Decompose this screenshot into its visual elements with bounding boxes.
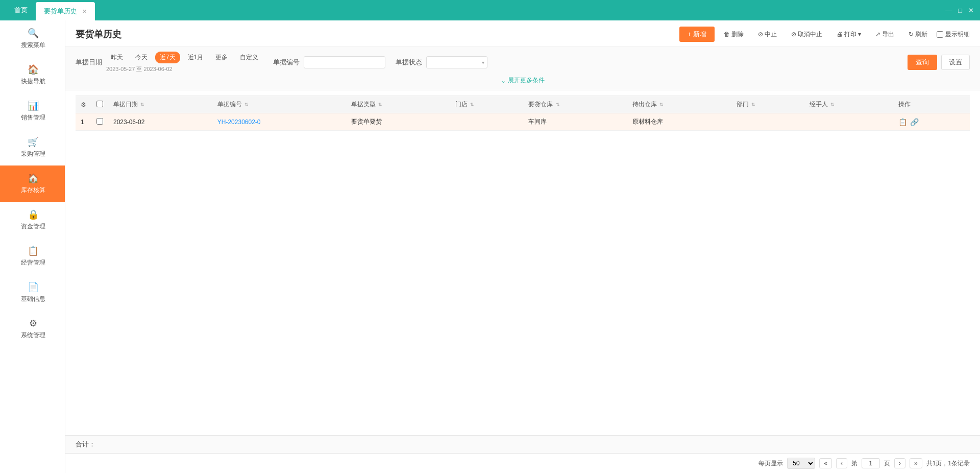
next-page-button[interactable]: › <box>894 458 905 468</box>
page-number-input[interactable] <box>862 458 880 468</box>
th-req-warehouse[interactable]: 要货仓库 ⇅ <box>523 96 627 113</box>
row-action-buttons: 📋 🔗 <box>898 118 965 126</box>
sort-doc-number-icon: ⇅ <box>244 102 249 107</box>
th-doc-date[interactable]: 单据日期 ⇅ <box>108 96 212 113</box>
filter-row: 单据日期 昨天 今天 近7天 近1月 更多 自定义 2023-05-27 至 2… <box>76 52 970 73</box>
first-page-button[interactable]: « <box>819 458 832 468</box>
date-filter-label: 单据日期 <box>76 58 102 67</box>
date-btn-custom[interactable]: 自定义 <box>235 52 263 63</box>
th-department[interactable]: 部门 ⇅ <box>731 96 805 113</box>
sidebar-item-quick-nav[interactable]: 🏠 快捷导航 <box>0 57 65 93</box>
th-actions: 操作 <box>893 96 970 113</box>
tab-requisition-history[interactable]: 要货单历史 ✕ <box>36 2 95 20</box>
page-size-label: 每页显示 <box>758 459 783 468</box>
cancel-stop-icon: ⊘ <box>791 31 796 38</box>
date-btn-yesterday[interactable]: 昨天 <box>106 52 128 63</box>
display-detail-toggle[interactable]: 显示明细 <box>937 30 970 39</box>
th-store[interactable]: 门店 ⇅ <box>450 96 524 113</box>
tab-home[interactable]: 首页 <box>6 0 36 20</box>
prev-page-button[interactable]: ‹ <box>836 458 847 468</box>
close-icon[interactable]: ✕ <box>968 7 974 14</box>
total-info: 共1页，1条记录 <box>926 459 970 468</box>
sidebar-label-sales-mgmt: 销售管理 <box>21 113 45 122</box>
new-button[interactable]: + 新增 <box>679 27 715 42</box>
main-layout: 🔍 搜索菜单 🏠 快捷导航 📊 销售管理 🛒 采购管理 🏠 库存核算 🔒 资金管… <box>0 20 980 473</box>
page-size-select[interactable]: 50 100 200 <box>787 458 815 469</box>
sidebar-label-basic-info: 基础信息 <box>21 295 45 303</box>
maximize-icon[interactable]: □ <box>958 7 962 14</box>
date-btn-last7days[interactable]: 近7天 <box>155 52 180 63</box>
delete-button[interactable]: 🗑 删除 <box>719 28 749 41</box>
close-tab-icon[interactable]: ✕ <box>82 8 87 15</box>
purchase-mgmt-icon: 🛒 <box>28 136 39 148</box>
date-range-display: 2023-05-27 至 2023-06-02 <box>106 65 263 73</box>
sales-mgmt-icon: 📊 <box>28 100 39 111</box>
print-dropdown-icon: ▾ <box>858 31 861 38</box>
sidebar-item-purchase-mgmt[interactable]: 🛒 采购管理 <box>0 129 65 165</box>
status-label: 单据状态 <box>396 58 422 67</box>
row-select-checkbox[interactable] <box>96 118 103 125</box>
sort-store-icon: ⇅ <box>470 102 474 107</box>
page-label-after: 页 <box>884 459 890 468</box>
date-btn-last1month[interactable]: 近1月 <box>183 52 208 63</box>
sidebar-item-finance-mgmt[interactable]: 🔒 资金管理 <box>0 202 65 238</box>
sidebar-label-quick-nav: 快捷导航 <box>21 77 45 86</box>
operations-mgmt-icon: 📋 <box>28 245 39 256</box>
sidebar-label-purchase-mgmt: 采购管理 <box>21 150 45 158</box>
row-store <box>450 113 524 131</box>
doc-number-input[interactable] <box>304 56 385 68</box>
query-button[interactable]: 查询 <box>908 55 937 70</box>
date-filter-item: 单据日期 昨天 今天 近7天 近1月 更多 自定义 2023-05-27 至 2… <box>76 52 263 73</box>
th-doc-number[interactable]: 单据编号 ⇅ <box>212 96 346 113</box>
display-detail-checkbox[interactable] <box>937 31 943 38</box>
date-btn-more[interactable]: 更多 <box>211 52 232 63</box>
sidebar-item-inventory[interactable]: 🏠 库存核算 <box>0 165 65 202</box>
inventory-icon: 🏠 <box>28 173 39 184</box>
th-doc-type[interactable]: 单据类型 ⇅ <box>346 96 450 113</box>
row-link-icon[interactable]: 🔗 <box>910 118 919 126</box>
select-all-checkbox[interactable] <box>96 101 103 107</box>
status-filter-item: 单据状态 ▾ <box>396 56 487 68</box>
status-select-wrap: ▾ <box>426 56 487 68</box>
row-checkbox <box>91 113 108 131</box>
print-button[interactable]: 🖨 打印 ▾ <box>831 28 866 41</box>
row-handler <box>804 113 893 131</box>
sort-doc-type-icon: ⇅ <box>378 102 382 107</box>
last-page-button[interactable]: » <box>910 458 922 468</box>
footer-summary: 合计： <box>65 435 980 453</box>
th-settings[interactable]: ⚙ <box>76 96 91 113</box>
row-copy-icon[interactable]: 📋 <box>898 118 907 126</box>
expand-more-btn[interactable]: ⌄ 展开更多条件 <box>76 73 970 85</box>
row-index: 1 <box>76 113 91 131</box>
row-actions: 📋 🔗 <box>893 113 970 131</box>
th-handler[interactable]: 经手人 ⇅ <box>804 96 893 113</box>
stop-icon: ⊘ <box>758 31 763 38</box>
content-area: 要货单历史 + 新增 🗑 删除 ⊘ 中止 ⊘ 取消中止 🖨 打印 <box>65 20 980 473</box>
page-header: 要货单历史 + 新增 🗑 删除 ⊘ 中止 ⊘ 取消中止 🖨 打印 <box>65 20 980 46</box>
page-label-before: 第 <box>851 459 857 468</box>
date-btn-today[interactable]: 今天 <box>131 52 152 63</box>
minimize-icon[interactable]: — <box>945 7 952 14</box>
top-tabs: 首页 要货单历史 ✕ <box>6 0 95 20</box>
sort-handler-icon: ⇅ <box>830 102 835 107</box>
sidebar-item-operations-mgmt[interactable]: 📋 经营管理 <box>0 238 65 274</box>
sidebar-item-system-mgmt[interactable]: ⚙ 系统管理 <box>0 311 65 347</box>
refresh-icon: ↻ <box>909 31 914 38</box>
export-button[interactable]: ↗ 导出 <box>870 28 899 41</box>
sort-doc-date-icon: ⇅ <box>140 102 144 107</box>
sort-department-icon: ⇅ <box>751 102 755 107</box>
sidebar-item-search-menu[interactable]: 🔍 搜索菜单 <box>0 20 65 57</box>
doc-number-link[interactable]: YH-20230602-0 <box>217 119 261 126</box>
search-menu-icon: 🔍 <box>28 28 39 39</box>
stop-button[interactable]: ⊘ 中止 <box>753 28 782 41</box>
data-table: ⚙ 单据日期 ⇅ 单据编号 ⇅ 单据类型 <box>76 96 970 131</box>
sidebar-item-basic-info[interactable]: 📄 基础信息 <box>0 274 65 311</box>
tab-home-label: 首页 <box>14 6 28 15</box>
cancel-stop-button[interactable]: ⊘ 取消中止 <box>786 28 827 41</box>
th-pending-warehouse[interactable]: 待出仓库 ⇅ <box>627 96 731 113</box>
settings-button[interactable]: 设置 <box>941 55 970 70</box>
refresh-button[interactable]: ↻ 刷新 <box>903 28 933 41</box>
status-select[interactable] <box>426 56 487 68</box>
sidebar-label-system-mgmt: 系统管理 <box>21 331 45 340</box>
sidebar-item-sales-mgmt[interactable]: 📊 销售管理 <box>0 93 65 129</box>
